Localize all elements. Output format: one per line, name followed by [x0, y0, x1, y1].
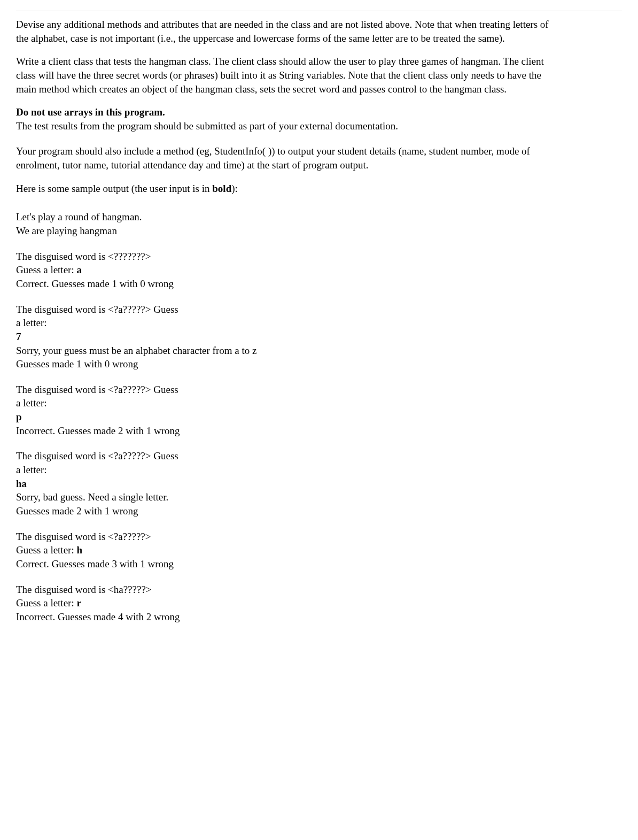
sample-line: The disguised word is <?a?????> [16, 530, 561, 544]
paragraph-student-info: Your program should also include a metho… [16, 144, 561, 172]
document-content: Devise any additional methods and attrib… [16, 18, 561, 623]
sample-line: a letter: [16, 463, 561, 477]
sample-intro-suffix: ): [231, 183, 238, 194]
user-input: ha [16, 477, 561, 491]
sample-line: Guesses made 2 with 1 wrong [16, 504, 561, 518]
sample-line: We are playing hangman [16, 224, 561, 238]
sample-line: Incorrect. Guesses made 2 with 1 wrong [16, 424, 561, 438]
sample-group-4: The disguised word is <?a?????> Guess a … [16, 383, 561, 438]
sample-line: The disguised word is <?a?????> Guess [16, 303, 561, 317]
sample-line: Sorry, bad guess. Need a single letter. [16, 490, 561, 504]
sample-intro-bold: bold [212, 183, 231, 194]
sample-group-7: The disguised word is <ha?????> Guess a … [16, 583, 561, 624]
sample-line: Sorry, your guess must be an alphabet ch… [16, 344, 561, 358]
sample-line: Guess a letter: h [16, 543, 561, 557]
guess-prompt: Guess a letter: [16, 597, 76, 608]
sample-line: Guesses made 1 with 0 wrong [16, 357, 561, 371]
sample-line: The disguised word is <?a?????> Guess [16, 383, 561, 397]
no-arrays-heading: Do not use arrays in this program. [16, 105, 561, 119]
test-results-text: The test results from the program should… [16, 119, 561, 133]
user-input: 7 [16, 330, 561, 344]
user-input: r [76, 597, 81, 608]
sample-group-1: Let's play a round of hangman. We are pl… [16, 210, 561, 237]
sample-line: Correct. Guesses made 3 with 1 wrong [16, 557, 561, 571]
sample-line: The disguised word is <?a?????> Guess [16, 449, 561, 463]
sample-line: a letter: [16, 396, 561, 410]
sample-line: Correct. Guesses made 1 with 0 wrong [16, 277, 561, 291]
sample-group-2: The disguised word is <???????> Guess a … [16, 250, 561, 291]
block-no-arrays: Do not use arrays in this program. The t… [16, 105, 561, 133]
sample-group-5: The disguised word is <?a?????> Guess a … [16, 449, 561, 518]
guess-prompt: Guess a letter: [16, 264, 76, 275]
sample-output-intro: Here is some sample output (the user inp… [16, 182, 561, 196]
user-input: a [76, 264, 82, 275]
guess-prompt: Guess a letter: [16, 544, 76, 556]
user-input: p [16, 410, 561, 424]
sample-line: Let's play a round of hangman. [16, 210, 561, 224]
sample-line: The disguised word is <???????> [16, 250, 561, 264]
sample-line: a letter: [16, 316, 561, 330]
sample-group-6: The disguised word is <?a?????> Guess a … [16, 530, 561, 571]
sample-intro-prefix: Here is some sample output (the user inp… [16, 183, 212, 194]
paragraph-client-class: Write a client class that tests the hang… [16, 55, 561, 96]
paragraph-devise: Devise any additional methods and attrib… [16, 18, 561, 45]
sample-output: Let's play a round of hangman. We are pl… [16, 210, 561, 623]
sample-line: Guess a letter: a [16, 263, 561, 277]
top-divider [16, 11, 622, 11]
sample-line: Guess a letter: r [16, 596, 561, 610]
sample-group-3: The disguised word is <?a?????> Guess a … [16, 303, 561, 371]
sample-line: The disguised word is <ha?????> [16, 583, 561, 597]
user-input: h [76, 544, 82, 556]
sample-line: Incorrect. Guesses made 4 with 2 wrong [16, 610, 561, 624]
